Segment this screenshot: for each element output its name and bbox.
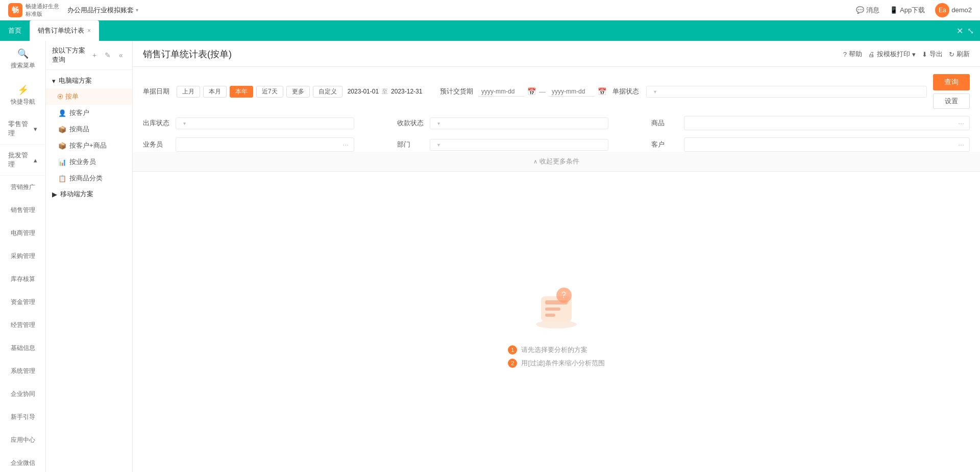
sidebar-item-wholesale[interactable]: 批发管理 ▴ <box>0 145 45 176</box>
collapse-btn[interactable]: ∧ 收起更多条件 <box>533 157 579 166</box>
tree-item-by-customer[interactable]: 👤 按客户 <box>46 105 132 121</box>
tree-item-by-product[interactable]: 📦 按商品 <box>46 121 132 137</box>
tree-item-by-order[interactable]: 按单 <box>46 88 132 105</box>
pc-group-label: 电脑端方案 <box>59 76 92 85</box>
filter-area: 单据日期 上月 本月 本年 近7天 更多 自定义 2023-01-01 至 20… <box>133 67 980 152</box>
delivery-status-select[interactable]: ▾ <box>176 117 354 129</box>
collapse-row: ∧ 收起更多条件 <box>133 152 980 172</box>
product-block: 商品 ··· <box>651 116 970 130</box>
sidebar-item-app-center[interactable]: 应用中心 <box>0 429 45 452</box>
status-select[interactable]: ▾ <box>646 86 927 98</box>
sidebar-item-ecommerce[interactable]: 电商管理 <box>0 222 45 245</box>
salesperson-dots[interactable]: ··· <box>342 140 349 149</box>
tip-1-num: 1 <box>508 345 517 355</box>
sidebar-item-procurement[interactable]: 采购管理 <box>0 245 45 268</box>
logo-icon: 畅 <box>8 3 22 17</box>
pc-group-header[interactable]: ▾ 电脑端方案 <box>46 73 132 88</box>
tree-item-by-customer-product[interactable]: 📦 按客户+商品 <box>46 137 132 154</box>
product-input[interactable]: ··· <box>684 116 970 130</box>
refresh-btn[interactable]: ↻ 刷新 <box>949 50 970 59</box>
date-range: 2023-01-01 至 2023-12-31 <box>348 87 423 96</box>
expand-icon: ▾ <box>52 77 56 85</box>
print-arrow-icon: ▾ <box>912 51 916 58</box>
tree-section: ▾ 电脑端方案 按单 👤 按客户 📦 按商品 📦 按客户+商品 📊 按业务 <box>46 70 132 205</box>
page-header: 销售订单统计表(按单) ? 帮助 🖨 按模板打印 ▾ ⬇ 导出 ↻ 刷新 <box>133 41 980 67</box>
filter-row-3: 业务员 ··· 部门 ▾ 客户 <box>143 137 970 152</box>
sidebar-item-search-menu[interactable]: 🔍 搜索菜单 <box>0 41 45 77</box>
this-month-btn[interactable]: 本月 <box>203 86 227 98</box>
tree-item-by-category[interactable]: 📋 按商品分类 <box>46 170 132 186</box>
salesperson-label: 业务员 <box>143 140 172 149</box>
by-cust-prod-icon: 📦 <box>58 142 66 150</box>
sidebar-item-marketing[interactable]: 营销推广 <box>0 176 45 199</box>
tip-1-text: 请先选择要分析的方案 <box>521 345 587 355</box>
app-download-btn[interactable]: 📱 App下载 <box>890 6 925 15</box>
payment-status-label: 收款状态 <box>397 119 426 128</box>
date-label: 单据日期 <box>143 87 172 96</box>
this-year-btn[interactable]: 本年 <box>230 86 253 98</box>
salesperson-input[interactable]: ··· <box>176 137 354 152</box>
svg-rect-4 <box>545 314 555 317</box>
mobile-group-header[interactable]: ▶ 移动端方案 <box>46 186 132 202</box>
sidebar-item-newbie[interactable]: 新手引导 <box>0 406 45 429</box>
left-panel-actions: + ✎ « <box>89 50 126 60</box>
query-btn[interactable]: 查询 <box>933 74 970 90</box>
quick-nav-icon: ⚡ <box>17 84 29 96</box>
sidebar-item-quick-nav[interactable]: ⚡ 快捷导航 <box>0 77 45 113</box>
settings-btn[interactable]: 设置 <box>933 93 970 109</box>
sidebar-item-system[interactable]: 系统管理 <box>0 360 45 383</box>
sidebar-item-inventory[interactable]: 库存核算 <box>0 268 45 291</box>
dept-arrow: ▾ <box>437 142 440 148</box>
tree-item-by-salesperson[interactable]: 📊 按业务员 <box>46 154 132 170</box>
more-date-btn[interactable]: 更多 <box>286 86 310 98</box>
avatar: Ea <box>935 3 949 17</box>
content-area: 销售订单统计表(按单) ? 帮助 🖨 按模板打印 ▾ ⬇ 导出 ↻ 刷新 <box>133 41 980 472</box>
print-btn[interactable]: 🖨 按模板打印 ▾ <box>868 50 916 59</box>
custom-date-btn[interactable]: 自定义 <box>313 86 342 98</box>
product-dots[interactable]: ··· <box>958 119 964 127</box>
help-icon: ? <box>843 51 847 58</box>
department-select[interactable]: ▾ <box>430 139 608 151</box>
top-bar-right: 💬 消息 📱 App下载 Ea demo2 <box>856 3 972 17</box>
user-area[interactable]: Ea demo2 <box>935 3 972 17</box>
collapse-panel-btn[interactable]: « <box>116 50 126 60</box>
tab-home[interactable]: 首页 <box>0 20 30 41</box>
left-panel-title: 按以下方案查询 <box>52 46 89 64</box>
expected-from-input[interactable] <box>478 87 524 97</box>
by-customer-icon: 👤 <box>58 109 66 117</box>
tab-sales-order-stats[interactable]: 销售订单统计表 × <box>30 20 99 41</box>
window-close-btn[interactable]: ✕ <box>957 26 963 36</box>
payment-status-select[interactable]: ▾ <box>430 117 608 129</box>
tip-2-text: 用[过滤]条件来缩小分析范围 <box>521 359 604 368</box>
sidebar-item-wechat[interactable]: 企业微信 <box>0 452 45 472</box>
sidebar-item-sales[interactable]: 销售管理 <box>0 199 45 222</box>
empty-tip-1: 1 请先选择要分析的方案 <box>508 345 604 355</box>
sidebar-item-basic[interactable]: 基础信息 <box>0 337 45 360</box>
sidebar-item-enterprise[interactable]: 企业协同 <box>0 383 45 406</box>
expected-to-input[interactable] <box>549 87 595 97</box>
edit-scheme-btn[interactable]: ✎ <box>103 50 113 60</box>
customer-input[interactable]: ··· <box>684 137 970 152</box>
sidebar-item-retail[interactable]: 零售管理 ▾ <box>0 113 45 145</box>
last7-btn[interactable]: 近7天 <box>256 86 283 98</box>
sidebar-item-operations[interactable]: 经营管理 <box>0 314 45 337</box>
last-month-btn[interactable]: 上月 <box>177 86 200 98</box>
window-maximize-btn[interactable]: ⤡ <box>967 26 974 36</box>
message-btn[interactable]: 💬 消息 <box>856 6 879 15</box>
status-label: 单据状态 <box>612 87 641 96</box>
app-name: 办公用品行业模拟账套 <box>67 6 134 15</box>
by-sales-icon: 📊 <box>58 158 66 166</box>
tip-2-num: 2 <box>508 359 517 368</box>
export-btn[interactable]: ⬇ 导出 <box>922 50 943 59</box>
department-block: 部门 ▾ <box>397 139 645 151</box>
sidebar: 🔍 搜索菜单 ⚡ 快捷导航 零售管理 ▾ 批发管理 ▴ 营销推广 销售管理 电商… <box>0 41 46 472</box>
help-btn[interactable]: ? 帮助 <box>843 50 862 59</box>
app-selector[interactable]: 办公用品行业模拟账套 ▾ <box>63 4 142 17</box>
add-scheme-btn[interactable]: + <box>89 50 100 60</box>
customer-block: 客户 ··· <box>651 137 970 152</box>
sidebar-item-finance[interactable]: 资金管理 <box>0 291 45 314</box>
tab-close-btn[interactable]: × <box>87 27 91 34</box>
payment-status-block: 收款状态 ▾ <box>397 117 645 129</box>
customer-dots[interactable]: ··· <box>958 140 964 149</box>
left-panel-header: 按以下方案查询 + ✎ « <box>46 41 132 70</box>
